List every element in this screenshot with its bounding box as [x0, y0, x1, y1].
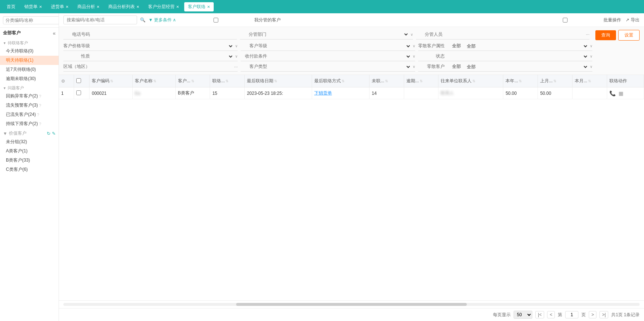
next-page-button[interactable]: >: [589, 311, 596, 318]
th-contact-count[interactable]: 联络...⇅: [210, 75, 245, 87]
all-customers-header[interactable]: 全部客户 «: [0, 28, 59, 38]
more-conditions-button[interactable]: ▼ 更多条件 ∧: [148, 17, 176, 23]
sidebar-item-churned[interactable]: 已流失客户(24) ?: [0, 110, 59, 119]
settings-button[interactable]: 设置: [618, 30, 640, 41]
th-this-month[interactable]: 本月...⇅: [572, 75, 607, 87]
adv-select-retail-attr[interactable]: 全部: [465, 43, 588, 49]
group-problem-customers[interactable]: 问题客户: [0, 83, 59, 92]
action-grid-icon[interactable]: ▦: [619, 90, 623, 96]
adv-select-status[interactable]: [449, 54, 588, 59]
export-icon: ↗: [626, 17, 629, 23]
adv-manager-dots[interactable]: ···: [586, 32, 589, 37]
th-last-contact-date[interactable]: 最后联络日期⇅: [245, 75, 312, 87]
select-all-checkbox[interactable]: [76, 78, 81, 83]
last-page-button[interactable]: >|: [599, 311, 608, 318]
sort-last-date-icon: ⇅: [274, 79, 277, 83]
sidebar-item-today-contact[interactable]: 今天待联络(0): [0, 46, 59, 56]
scrollbar-thumb[interactable]: [236, 303, 467, 306]
query-button[interactable]: 查询: [595, 30, 616, 40]
th-not-contact[interactable]: 未联...⇅: [370, 75, 404, 87]
adv-select-nature[interactable]: [94, 54, 234, 59]
value-customers-refresh-icon[interactable]: ↻: [47, 131, 50, 136]
last-contact-link[interactable]: 下销货单: [314, 90, 332, 96]
batch-operation-button[interactable]: 批量操作: [528, 17, 621, 23]
th-this-year[interactable]: 本年...⇅: [503, 75, 538, 87]
th-last-contact-type[interactable]: 最后联络方式⇅: [312, 75, 369, 87]
adv-select-retail-customer[interactable]: 全部: [465, 64, 588, 70]
sidebar-item-class-b[interactable]: B类客户(33): [0, 156, 59, 165]
sidebar-item-repurchase-abnormal[interactable]: 回购异常客户(2) ?: [0, 92, 59, 101]
search-button[interactable]: 🔍: [140, 17, 146, 23]
nav-customer-tier-close[interactable]: ✕: [176, 5, 179, 9]
adv-input-manager[interactable]: [447, 32, 584, 37]
adv-field-nature: 性质 ∨: [63, 53, 238, 61]
sidebar-search-input[interactable]: [3, 16, 59, 24]
scrollbar-track[interactable]: [63, 303, 640, 306]
th-overdue[interactable]: 逾期...⇅: [404, 75, 438, 87]
nav-product-analysis[interactable]: 商品分析 ✕: [74, 2, 103, 11]
export-button[interactable]: ↗ 导出: [626, 17, 640, 23]
sidebar-item-declining[interactable]: 持续下滑客户(2) ?: [0, 119, 59, 128]
td-last-contact-type[interactable]: 下销货单: [312, 87, 369, 99]
export-label: 导出: [631, 17, 640, 23]
th-code[interactable]: 客户编码⇅: [90, 75, 133, 87]
adv-select-dept[interactable]: [271, 31, 409, 37]
nav-customer-contact[interactable]: 客户联络 ✕: [184, 2, 214, 11]
sidebar-item-unclassified[interactable]: 未分组(32): [0, 137, 59, 146]
nav-purchase[interactable]: 进货单 ✕: [47, 2, 72, 11]
th-gear[interactable]: ⚙: [59, 75, 74, 87]
nav-product-analysis-list[interactable]: 商品分析列表 ✕: [105, 2, 143, 11]
my-customers-checkbox-label[interactable]: 我分管的客户: [179, 17, 281, 23]
nav-customer-tier[interactable]: 客户分层经营 ✕: [144, 2, 183, 11]
th-checkbox[interactable]: [74, 75, 90, 87]
adv-region-dots[interactable]: ···: [234, 64, 238, 69]
adv-select-customer-grade[interactable]: [272, 43, 411, 49]
sidebar-item-class-a[interactable]: A类客户(1): [0, 146, 59, 156]
adv-input-region[interactable]: [94, 64, 232, 69]
adv-field-phone: 电话号码: [63, 31, 237, 39]
th-last-month[interactable]: 上月...⇅: [538, 75, 573, 87]
group-value-customers-arrow: ▼: [3, 131, 7, 136]
adv-input-phone[interactable]: [94, 32, 237, 37]
sort-contact-person-icon: ⇅: [472, 79, 475, 83]
nav-purchase-close[interactable]: ✕: [66, 5, 69, 9]
td-checkbox[interactable]: [74, 87, 90, 99]
adv-field-status: 状态 ∨: [418, 53, 592, 61]
page-input[interactable]: [565, 311, 578, 318]
search-input[interactable]: [63, 15, 137, 24]
batch-checkbox[interactable]: [528, 18, 602, 23]
nav-product-analysis-list-label: 商品分析列表: [108, 4, 135, 10]
action-phone-icon[interactable]: 📞: [609, 90, 616, 96]
nav-home[interactable]: 首页: [3, 2, 19, 11]
nav-sales[interactable]: 销货单 ✕: [21, 2, 46, 11]
nav-sales-close[interactable]: ✕: [39, 5, 42, 9]
sidebar-item-tomorrow-contact[interactable]: 明天待联络(1): [0, 56, 59, 65]
th-name[interactable]: 客户名称⇅: [132, 75, 175, 87]
nav-product-analysis-list-close[interactable]: ✕: [136, 5, 139, 9]
adv-select-price-grade[interactable]: [94, 43, 234, 49]
filter-icon: ▼: [148, 17, 153, 23]
horizontal-scrollbar[interactable]: [59, 300, 644, 308]
sort-contact-count-icon: ⇅: [225, 79, 228, 83]
sidebar-item-churn-warning[interactable]: 流失预警客户(3) ?: [0, 101, 59, 110]
value-customers-edit-icon[interactable]: ✎: [52, 131, 56, 136]
adv-status-arrow: ∨: [590, 54, 592, 58]
my-customers-checkbox[interactable]: [179, 18, 253, 23]
row-checkbox[interactable]: [76, 90, 81, 95]
adv-select-customer-type[interactable]: [272, 64, 411, 70]
adv-payment-arrow: ∨: [413, 54, 415, 58]
group-waiting-contact[interactable]: 待联络客户: [0, 38, 59, 46]
sidebar-item-7days-contact[interactable]: 近7天待联络(0): [0, 65, 59, 74]
nav-customer-contact-close[interactable]: ✕: [207, 5, 210, 9]
adv-select-payment[interactable]: [272, 54, 411, 59]
nav-product-analysis-close[interactable]: ✕: [97, 5, 99, 9]
per-page-select[interactable]: 50 100 200: [514, 311, 532, 319]
sidebar-item-overdue-contact[interactable]: 逾期未联络(30): [0, 74, 59, 83]
th-contact-person[interactable]: 往来单位联系人⇅: [438, 75, 503, 87]
sidebar-item-class-c[interactable]: C类客户(6): [0, 165, 59, 174]
nav-purchase-label: 进货单: [51, 4, 64, 10]
th-type[interactable]: 客户...⇅: [175, 75, 210, 87]
gear-icon[interactable]: ⚙: [61, 79, 65, 84]
prev-page-button[interactable]: <: [547, 311, 555, 318]
first-page-button[interactable]: |<: [535, 311, 544, 318]
